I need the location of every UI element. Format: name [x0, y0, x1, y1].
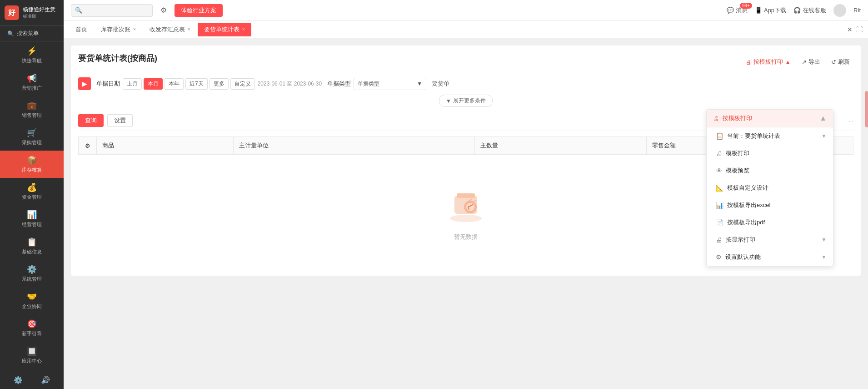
template-export-excel-item[interactable]: 📊 按模板导出excel [707, 197, 833, 214]
tab-batch-close[interactable]: × [133, 27, 136, 32]
print-dropdown-title: 🖨 按模板打印 [713, 114, 752, 122]
online-service-item[interactable]: 🎧 在线客服 [793, 6, 826, 15]
tab-close-all-button[interactable]: ✕ [847, 26, 853, 33]
print-dropdown-header: 🖨 按模板打印 ▲ [707, 110, 833, 127]
print-current-item[interactable]: 📋 当前：要货单统计表 ▼ [707, 127, 833, 145]
query-button[interactable]: 查询 [78, 114, 104, 127]
sidebar-bottom: ⚙️ 🔊 [0, 371, 64, 389]
topbar-gear-button[interactable]: ⚙ [157, 4, 170, 17]
topbar-right: 💬 消息 99+ 📱 App下载 🎧 在线客服 Rit [727, 4, 861, 17]
topbar-search-box[interactable]: 🔍 [71, 4, 153, 17]
set-default-icon: ⚙ [716, 253, 722, 261]
sidebar-item-basic[interactable]: 📋 基础信息 [0, 232, 64, 260]
type-select[interactable]: 单据类型 ▼ [354, 78, 426, 90]
svg-point-0 [450, 215, 482, 222]
sidebar-item-system[interactable]: ⚙️ 系统管理 [0, 260, 64, 287]
page-content: 要货单统计表(按商品) 🖨 按模板打印 ▲ ↗ 导出 ↺ 刷新 [64, 38, 868, 389]
speaker-icon[interactable]: 🔊 [41, 376, 50, 384]
topbar: 🔍 ⚙ 体验行业方案 💬 消息 99+ 📱 App下载 🎧 在线客服 Rit [64, 0, 868, 21]
tab-requisition[interactable]: 要货单统计表 × [198, 23, 251, 36]
col-settings[interactable]: ⚙ [79, 137, 97, 155]
expand-more-button[interactable]: ▼ 展开更多条件 [439, 95, 493, 107]
notification-item[interactable]: 💬 消息 99+ [727, 6, 748, 15]
display-print-item[interactable]: 🖨 按显示打印 ▼ [707, 231, 833, 248]
export-icon: ↗ [802, 59, 807, 66]
filter-bar: ▶ 单据日期 上月 本月 本年 近7天 更多 自定义 2023-06-01 至 … [78, 77, 853, 90]
tab-home-label: 首页 [75, 25, 87, 34]
sidebar-item-guide[interactable]: 🎯 新手引导 [0, 314, 64, 342]
sidebar-item-business[interactable]: 📊 经营管理 [0, 205, 64, 232]
sidebar-item-label: 采购管理 [22, 139, 42, 146]
print-dropdown: 🖨 按模板打印 ▲ 📋 当前：要货单统计表 ▼ 🖨 模板打印 👁 模板预 [706, 109, 833, 266]
printer-icon: 🖨 [746, 59, 752, 66]
tab-home[interactable]: 首页 [69, 23, 94, 36]
tab-batch-label: 库存批次账 [101, 25, 130, 34]
refresh-icon: ↺ [831, 59, 836, 66]
settings-button[interactable]: 设置 [107, 114, 133, 127]
guide-icon: 🎯 [27, 319, 37, 329]
type-select-value: 单据类型 [358, 80, 379, 88]
this-year-button[interactable]: 本年 [165, 78, 184, 90]
tab-maximize-button[interactable]: ⛶ [856, 26, 863, 33]
display-print-chevron: ▼ [821, 237, 827, 243]
headset-icon: 🎧 [793, 7, 801, 14]
tab-requisition-close[interactable]: × [242, 27, 245, 32]
template-export-pdf-item[interactable]: 📄 按模板导出pdf [707, 214, 833, 231]
refresh-button[interactable]: ↺ 刷新 [828, 56, 853, 68]
sidebar-search-label: 搜索菜单 [17, 30, 39, 37]
notification-badge: 99+ [740, 3, 752, 9]
filter-expand-button[interactable]: ▶ [78, 77, 91, 90]
sidebar-item-label: 销售管理 [22, 112, 42, 119]
print-dropdown-close[interactable]: ▲ [819, 114, 827, 122]
sidebar-item-label: 快捷导航 [22, 57, 42, 64]
sidebar-item-label: 应用中心 [22, 358, 42, 364]
template-preview-item[interactable]: 👁 模板预览 [707, 162, 833, 179]
tab-collection-close[interactable]: × [188, 27, 190, 32]
user-avatar[interactable] [833, 4, 846, 17]
export-button[interactable]: ↗ 导出 [798, 56, 824, 68]
page-title: 要货单统计表(按商品) [78, 53, 157, 64]
sidebar-item-label: 营销推广 [22, 85, 42, 91]
set-default-item[interactable]: ⚙ 设置默认功能 ▼ [707, 248, 833, 266]
template-design-item[interactable]: 📐 模板自定义设计 [707, 179, 833, 197]
type-filter-group: 单据类型 单据类型 ▼ [327, 78, 426, 90]
expand-more-row: ▼ 展开更多条件 [78, 95, 853, 107]
sidebar-item-label: 新手引导 [22, 330, 42, 337]
app-download-item[interactable]: 📱 App下载 [755, 6, 786, 15]
scroll-indicator[interactable] [865, 91, 868, 127]
sidebar-item-finance[interactable]: 💰 资金管理 [0, 178, 64, 205]
sidebar-item-label: 系统管理 [22, 276, 42, 283]
industry-solution-button[interactable]: 体验行业方案 [175, 4, 223, 17]
tab-batch[interactable]: 库存批次账 × [95, 23, 142, 36]
last-7-days-button[interactable]: 近7天 [185, 78, 208, 90]
col-goods: 商品 [97, 137, 234, 155]
sidebar-item-marketing[interactable]: 📢 营销推广 [0, 69, 64, 96]
sidebar-item-purchase[interactable]: 🛒 采购管理 [0, 123, 64, 151]
shortcut-icon: ⚡ [27, 46, 37, 56]
display-print-label: 按显示打印 [726, 236, 755, 244]
settings-bottom-icon[interactable]: ⚙️ [14, 376, 23, 384]
sidebar-item-apps[interactable]: 🔲 应用中心 [0, 342, 64, 369]
search-icon: 🔍 [7, 30, 14, 37]
topbar-search-input[interactable] [84, 7, 139, 14]
goods-filter-label: 要货单 [432, 80, 449, 88]
sales-icon: 💼 [27, 101, 37, 111]
sidebar-item-collab[interactable]: 🤝 企业协同 [0, 287, 64, 314]
custom-date-button[interactable]: 自定义 [230, 78, 255, 90]
template-export-pdf-label: 按模板导出pdf [727, 218, 765, 227]
template-print-item[interactable]: 🖨 模板打印 [707, 145, 833, 162]
sidebar-item-shortcut[interactable]: ⚡ 快捷导航 [0, 41, 64, 69]
tab-collection[interactable]: 收发存汇总表 × [143, 23, 197, 36]
more-date-button[interactable]: 更多 [210, 78, 229, 90]
last-month-button[interactable]: 上月 [123, 78, 142, 90]
template-export-excel-label: 按模板导出excel [727, 201, 770, 209]
this-month-button[interactable]: 本月 [144, 78, 163, 90]
export-pdf-icon: 📄 [716, 219, 723, 226]
sidebar-item-label: 基础信息 [22, 248, 42, 255]
sidebar-item-sales[interactable]: 💼 销售管理 [0, 96, 64, 123]
template-design-label: 模板自定义设计 [727, 184, 768, 192]
sidebar-item-inventory[interactable]: 📦 库存核算 [0, 151, 64, 178]
print-template-button[interactable]: 🖨 按模板打印 ▲ [742, 56, 794, 68]
sidebar-search-item[interactable]: 🔍 搜索菜单 [0, 26, 64, 41]
more-actions-button[interactable]: ··· [848, 117, 853, 124]
